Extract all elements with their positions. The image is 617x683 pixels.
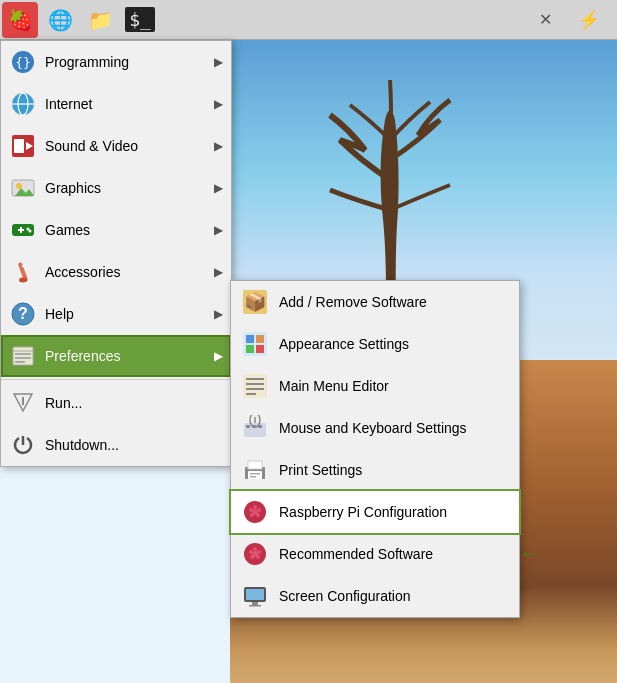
svg-rect-33 <box>256 335 264 343</box>
svg-rect-34 <box>246 345 254 353</box>
svg-rect-48 <box>248 471 262 479</box>
arrow-indicator: ← <box>519 541 541 567</box>
submenu-label-recommended-software: Recommended Software <box>279 546 433 562</box>
submenu-item-main-menu-editor[interactable]: Main Menu Editor <box>231 365 519 407</box>
menu-item-sound-video[interactable]: Sound & Video ▶ <box>1 125 231 167</box>
folder-icon: 📁 <box>88 8 113 32</box>
submenu-item-screen-configuration[interactable]: Screen Configuration <box>231 575 519 617</box>
submenu-label-print-settings: Print Settings <box>279 462 362 478</box>
svg-point-15 <box>29 230 32 233</box>
svg-rect-49 <box>248 461 262 469</box>
submenu-label-raspberry-pi-config: Raspberry Pi Configuration <box>279 504 447 520</box>
print-settings-icon <box>241 456 269 484</box>
globe-icon: 🌐 <box>48 8 73 32</box>
internet-icon <box>9 90 37 118</box>
svg-point-60 <box>253 547 257 551</box>
submenu-label-appearance-settings: Appearance Settings <box>279 336 409 352</box>
raspberry-icon: 🍓 <box>8 8 33 32</box>
menu-item-internet[interactable]: Internet ▶ <box>1 83 231 125</box>
svg-rect-35 <box>256 345 264 353</box>
menu-item-preferences[interactable]: Preferences ▶ <box>1 335 231 377</box>
menu-item-shutdown[interactable]: Shutdown... <box>1 424 231 466</box>
menu-label-graphics: Graphics <box>45 180 214 196</box>
submenu-item-print-settings[interactable]: Print Settings <box>231 449 519 491</box>
submenu-item-appearance-settings[interactable]: Appearance Settings <box>231 323 519 365</box>
main-menu-editor-icon <box>241 372 269 400</box>
submenu-label-add-remove-software: Add / Remove Software <box>279 294 427 310</box>
svg-rect-18 <box>22 265 24 267</box>
svg-rect-23 <box>15 353 31 355</box>
terminal-icon: $_ <box>125 7 155 32</box>
menu-label-games: Games <box>45 222 214 238</box>
svg-point-65 <box>252 551 258 557</box>
taskbar-right: ✕ ⚡ <box>525 0 617 40</box>
svg-rect-51 <box>250 476 256 478</box>
menu-label-internet: Internet <box>45 96 214 112</box>
terminal-button[interactable]: $_ <box>122 2 158 38</box>
submenu-item-recommended-software[interactable]: Recommended Software <box>231 533 519 575</box>
menu-item-help[interactable]: ? Help ▶ <box>1 293 231 335</box>
shutdown-icon <box>9 431 37 459</box>
menu-item-games[interactable]: Games ▶ <box>1 209 231 251</box>
svg-rect-38 <box>246 383 264 385</box>
menu-item-graphics[interactable]: Graphics ▶ <box>1 167 231 209</box>
screen-configuration-icon <box>241 582 269 610</box>
menu-separator-1 <box>1 379 231 380</box>
svg-point-58 <box>252 509 258 515</box>
submenu-label-main-menu-editor: Main Menu Editor <box>279 378 389 394</box>
svg-point-17 <box>19 278 27 283</box>
mouse-keyboard-icon <box>241 414 269 442</box>
games-icon <box>9 216 37 244</box>
menu-item-accessories[interactable]: Accessories ▶ <box>1 251 231 293</box>
close-window-button[interactable]: ✕ <box>527 2 563 38</box>
add-remove-software-icon: 📦 <box>241 288 269 316</box>
preferences-icon <box>9 342 37 370</box>
menu-label-run: Run... <box>45 395 223 411</box>
submenu-arrow-games: ▶ <box>214 223 223 237</box>
svg-rect-13 <box>18 229 24 231</box>
submenu-arrow-preferences: ▶ <box>214 349 223 363</box>
raspberry-menu-button[interactable]: 🍓 <box>2 2 38 38</box>
svg-rect-37 <box>246 378 264 380</box>
menu-label-sound-video: Sound & Video <box>45 138 214 154</box>
svg-point-53 <box>253 505 257 509</box>
svg-rect-40 <box>246 393 256 395</box>
svg-text:📦: 📦 <box>244 291 267 313</box>
submenu-item-add-remove-software[interactable]: 📦 Add / Remove Software <box>231 281 519 323</box>
sound-video-icon <box>9 132 37 160</box>
submenu-arrow-graphics: ▶ <box>214 181 223 195</box>
menu-label-preferences: Preferences <box>45 348 214 364</box>
svg-rect-67 <box>246 589 264 600</box>
svg-text:?: ? <box>18 305 28 322</box>
submenu-label-mouse-keyboard: Mouse and Keyboard Settings <box>279 420 467 436</box>
flash-button[interactable]: ⚡ <box>571 2 607 38</box>
svg-rect-50 <box>250 473 260 475</box>
svg-rect-42 <box>246 425 250 428</box>
svg-rect-32 <box>246 335 254 343</box>
help-icon: ? <box>9 300 37 328</box>
svg-rect-69 <box>249 605 261 607</box>
submenu-arrow-programming: ▶ <box>214 55 223 69</box>
submenu-arrow-internet: ▶ <box>214 97 223 111</box>
menu-item-run[interactable]: Run... <box>1 382 231 424</box>
svg-rect-25 <box>15 361 25 363</box>
files-button[interactable]: 📁 <box>82 2 118 38</box>
menu-item-programming[interactable]: {} Programming ▶ <box>1 41 231 83</box>
submenu-item-mouse-keyboard[interactable]: Mouse and Keyboard Settings <box>231 407 519 449</box>
browser-button[interactable]: 🌐 <box>42 2 78 38</box>
programming-icon: {} <box>9 48 37 76</box>
menu-label-help: Help <box>45 306 214 322</box>
appearance-settings-icon <box>241 330 269 358</box>
svg-rect-24 <box>15 357 31 359</box>
submenu-item-raspberry-pi-config[interactable]: Raspberry Pi Configuration <box>231 491 519 533</box>
submenu-label-screen-configuration: Screen Configuration <box>279 588 411 604</box>
submenu-arrow-help: ▶ <box>214 307 223 321</box>
svg-rect-6 <box>14 139 24 153</box>
raspberry-pi-config-icon <box>241 498 269 526</box>
submenu-arrow-accessories: ▶ <box>214 265 223 279</box>
preferences-submenu: 📦 Add / Remove Software Appearance Setti… <box>230 280 520 618</box>
main-menu: {} Programming ▶ Internet ▶ Sound & Vide… <box>0 40 232 467</box>
menu-label-programming: Programming <box>45 54 214 70</box>
submenu-arrow-sound-video: ▶ <box>214 139 223 153</box>
svg-rect-39 <box>246 388 264 390</box>
